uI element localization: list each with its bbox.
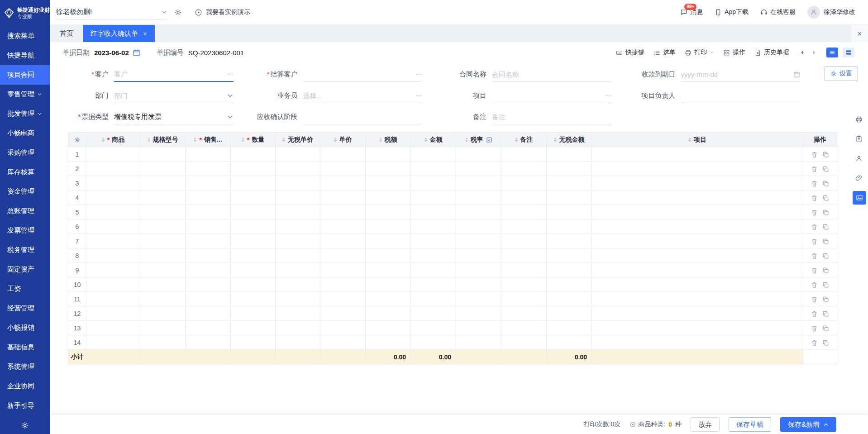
grid-cell[interactable]	[276, 219, 320, 234]
copy-row-icon[interactable]	[822, 224, 829, 230]
grid-cell[interactable]	[592, 234, 803, 248]
grid-cell[interactable]	[276, 335, 320, 350]
column-header[interactable]: 单价	[320, 133, 366, 147]
grid-cell[interactable]	[411, 321, 456, 335]
grid-cell[interactable]	[86, 248, 140, 263]
sidebar-item[interactable]: 资金管理	[0, 182, 50, 201]
grid-cell[interactable]	[231, 191, 276, 205]
sidebar-item[interactable]: 固定资产	[0, 260, 50, 279]
sidebar-item[interactable]: 快捷导航	[0, 46, 50, 65]
grid-cell[interactable]	[547, 292, 592, 306]
grid-cell[interactable]	[592, 147, 803, 162]
grid-cell[interactable]	[456, 191, 501, 205]
grid-cell[interactable]	[592, 321, 803, 335]
settle-customer-input[interactable]	[303, 71, 413, 78]
printer-icon[interactable]	[853, 113, 865, 126]
delete-row-icon[interactable]	[811, 195, 818, 201]
grid-cell[interactable]	[411, 176, 456, 191]
grid-cell[interactable]	[366, 205, 411, 219]
grid-cell[interactable]	[411, 263, 456, 277]
grid-cell[interactable]	[547, 321, 592, 335]
grid-cell[interactable]	[411, 335, 456, 350]
grid-cell[interactable]	[231, 292, 276, 306]
grid-cell[interactable]	[231, 176, 276, 191]
grid-cell[interactable]	[320, 306, 366, 321]
grid-cell[interactable]	[276, 234, 320, 248]
grid-cell[interactable]	[320, 219, 366, 234]
ellipsis-icon[interactable]	[605, 92, 611, 99]
grid-cell[interactable]	[501, 219, 547, 234]
column-header[interactable]: 税额	[366, 133, 411, 147]
grid-cell[interactable]	[456, 277, 501, 292]
grid-settings-header[interactable]	[68, 133, 86, 147]
column-header[interactable]: 金额	[411, 133, 456, 147]
grid-cell[interactable]	[186, 277, 231, 292]
delete-row-icon[interactable]	[811, 151, 818, 158]
grid-cell[interactable]	[86, 147, 140, 162]
grid-cell[interactable]	[86, 263, 140, 277]
grid-cell[interactable]	[411, 292, 456, 306]
sidebar-item[interactable]: 搜索菜单	[0, 26, 50, 46]
copy-row-icon[interactable]	[822, 195, 829, 201]
grid-cell[interactable]	[231, 277, 276, 292]
column-header[interactable]: 项目	[592, 133, 803, 147]
settings-button[interactable]: 设置	[825, 67, 858, 81]
close-all-tabs-button[interactable]	[851, 25, 868, 42]
grid-cell[interactable]	[86, 234, 140, 248]
grid-cell[interactable]	[231, 234, 276, 248]
grid-cell[interactable]	[501, 321, 547, 335]
grid-cell[interactable]	[320, 191, 366, 205]
column-header[interactable]: 无税单价	[276, 133, 320, 147]
grid-cell[interactable]	[320, 263, 366, 277]
grid-cell[interactable]	[140, 248, 186, 263]
delete-row-icon[interactable]	[811, 325, 818, 332]
sidebar-item[interactable]: 发票管理	[0, 221, 50, 240]
grid-cell[interactable]	[456, 292, 501, 306]
grid-cell[interactable]	[547, 248, 592, 263]
grid-cell[interactable]	[86, 191, 140, 205]
grid-cell[interactable]	[86, 335, 140, 350]
grid-cell[interactable]	[186, 219, 231, 234]
sidebar-item[interactable]: 零售管理	[0, 85, 50, 104]
grid-cell[interactable]	[592, 191, 803, 205]
ellipsis-icon[interactable]	[415, 92, 422, 99]
demo-link[interactable]: 我要看实例演示	[195, 8, 250, 16]
delete-row-icon[interactable]	[811, 180, 818, 187]
sort-icon[interactable]	[424, 138, 427, 142]
grid-cell[interactable]	[366, 248, 411, 263]
chevron-down-icon[interactable]	[227, 114, 234, 120]
delete-row-icon[interactable]	[811, 209, 818, 216]
column-header[interactable]: 税率	[456, 133, 501, 147]
grid-cell[interactable]	[592, 248, 803, 263]
grid-cell[interactable]	[547, 263, 592, 277]
sort-icon[interactable]	[242, 138, 244, 142]
grid-cell[interactable]	[140, 191, 186, 205]
grid-cell[interactable]	[411, 191, 456, 205]
sidebar-item[interactable]: 新手引导	[0, 396, 50, 415]
batch-edit-icon[interactable]	[486, 137, 492, 143]
grid-cell[interactable]	[547, 306, 592, 321]
tab-home[interactable]: 首页	[50, 25, 83, 42]
operations-button[interactable]: 操作	[723, 48, 745, 57]
delete-row-icon[interactable]	[811, 253, 818, 259]
delete-row-icon[interactable]	[811, 339, 818, 346]
sidebar-item[interactable]: 采购管理	[0, 143, 50, 162]
grid-cell[interactable]	[320, 162, 366, 176]
sidebar-item[interactable]: 总账管理	[0, 201, 50, 221]
sort-icon[interactable]	[379, 138, 382, 142]
copy-row-icon[interactable]	[822, 296, 829, 303]
grid-cell[interactable]	[231, 263, 276, 277]
copy-row-icon[interactable]	[822, 151, 829, 158]
close-tab-icon[interactable]	[143, 31, 148, 36]
grid-cell[interactable]	[276, 147, 320, 162]
copy-row-icon[interactable]	[822, 238, 829, 245]
grid-cell[interactable]	[140, 321, 186, 335]
grid-cell[interactable]	[501, 335, 547, 350]
sort-icon[interactable]	[194, 138, 196, 142]
sidebar-item[interactable]: 企业协同	[0, 377, 50, 396]
sidebar-item[interactable]: 系统管理	[0, 357, 50, 377]
grid-cell[interactable]	[592, 263, 803, 277]
grid-cell[interactable]	[366, 176, 411, 191]
grid-cell[interactable]	[411, 234, 456, 248]
grid-cell[interactable]	[186, 263, 231, 277]
